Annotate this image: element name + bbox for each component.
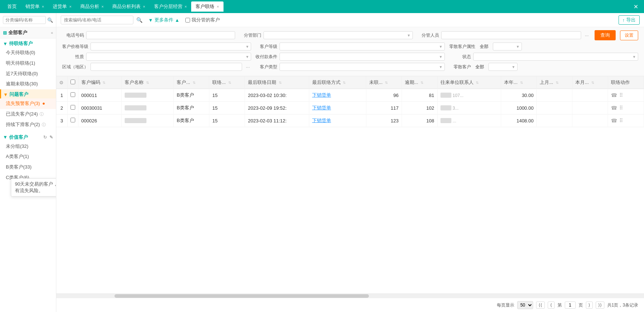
sidebar-search-input[interactable] xyxy=(3,16,46,24)
filter-field-price-level: 客户价格等级 ▼ xyxy=(62,42,251,50)
tab-product-list-close[interactable]: × xyxy=(143,4,145,9)
sidebar-item-7days[interactable]: 近7天待联络(0) xyxy=(0,69,56,79)
action-more-icon-2[interactable]: ⠿ xyxy=(619,105,623,111)
unit-contact-sort-icon[interactable]: ⇅ xyxy=(476,81,479,85)
sidebar-item-churn-warning[interactable]: 流失预警客户(3) ● xyxy=(0,98,56,109)
sidebar-item-tomorrow[interactable]: 明天待联络(1) xyxy=(0,58,56,69)
action-phone-icon-2[interactable]: ☎ xyxy=(611,105,617,111)
filter-select-dept[interactable] xyxy=(263,31,412,39)
sidebar-value-settings-icon[interactable]: ✎ xyxy=(49,135,53,140)
action-more-icon-3[interactable]: ⠿ xyxy=(619,118,623,123)
page-next-button[interactable]: ⟩ xyxy=(586,301,593,309)
page-last-button[interactable]: ⟩⟩ xyxy=(596,301,604,309)
col-overdue: 逾期... ⇅ xyxy=(402,76,437,89)
export-button[interactable]: ↑ 导出 xyxy=(619,15,640,25)
filter-row-4: 区域（地区） ··· 客户类型 ▼ 零散客户 全部 ▼ xyxy=(62,63,638,71)
sidebar-item-churned[interactable]: 已流失客户(24) ⓘ xyxy=(0,109,56,119)
filter-input-region[interactable] xyxy=(90,63,242,71)
filter-select-customer-type[interactable] xyxy=(279,63,444,71)
col-type: 客户... ⇅ xyxy=(174,76,209,89)
action-phone-icon-1[interactable]: ☎ xyxy=(611,92,617,98)
query-button[interactable]: 查询 xyxy=(595,30,616,40)
last-way-sort-icon[interactable]: ⇅ xyxy=(343,81,346,85)
cell-unit-contact-1: 107... xyxy=(437,89,501,102)
tab-customer-layer-close[interactable]: × xyxy=(185,4,187,9)
sidebar-item-declining[interactable]: 持续下滑客户(2) ⓘ xyxy=(0,119,56,130)
cell-overdue-2: 102 xyxy=(402,102,437,114)
filter-search-input[interactable] xyxy=(61,16,133,24)
filter-settings-button[interactable]: 设置 xyxy=(620,31,638,40)
sidebar-churned-icon: ⓘ xyxy=(40,112,44,116)
window-close-button[interactable]: ✕ xyxy=(631,3,641,10)
type-sort-icon[interactable]: ⇅ xyxy=(193,81,196,85)
this-month-sort-icon[interactable]: ⇅ xyxy=(591,81,594,85)
tab-customer-contact[interactable]: 客户联络 × xyxy=(191,1,223,12)
tab-purchase-label: 进货单 xyxy=(53,3,67,10)
select-all-checkbox[interactable] xyxy=(71,80,75,84)
sidebar-item-overdue[interactable]: 逾期未联络(30) xyxy=(0,79,56,89)
scrollbar-thumb[interactable] xyxy=(114,294,369,298)
action-phone-icon-3[interactable]: ☎ xyxy=(611,118,617,123)
tab-purchase[interactable]: 进货单 × xyxy=(48,1,76,12)
person-ellipsis-icon[interactable]: ··· xyxy=(583,33,590,38)
last-date-sort-icon[interactable]: ⇅ xyxy=(279,81,282,85)
name-sort-icon[interactable]: ⇅ xyxy=(146,81,149,85)
tab-purchase-close[interactable]: × xyxy=(69,4,71,9)
last-way-link-1[interactable]: 下销货单 xyxy=(312,92,331,98)
tab-product-analysis-close[interactable]: × xyxy=(101,4,104,9)
per-page-select[interactable]: 50 xyxy=(517,301,533,309)
row-1-checkbox[interactable] xyxy=(71,92,75,97)
sidebar-item-today[interactable]: 今天待联络(0) xyxy=(0,48,56,58)
filter-select-payment[interactable] xyxy=(279,53,444,61)
filter-search-button[interactable]: 🔍 xyxy=(136,17,142,23)
action-more-icon-1[interactable]: ⠿ xyxy=(619,92,623,98)
table-settings-icon[interactable]: ⚙ xyxy=(59,80,64,85)
page-prev-button[interactable]: ⟨ xyxy=(548,301,555,309)
tab-customer-layer[interactable]: 客户分层经营 × xyxy=(150,1,191,12)
contact-sort-icon[interactable]: ⇅ xyxy=(228,81,231,85)
filter-input-phone[interactable] xyxy=(86,31,235,39)
unlink-sort-icon[interactable]: ⇅ xyxy=(385,81,388,85)
filter-select-price-level[interactable] xyxy=(90,42,251,50)
region-ellipsis-icon[interactable]: ··· xyxy=(244,64,251,70)
sidebar-search-icon[interactable]: 🔍 xyxy=(47,17,53,23)
filter-select-scatter-attr[interactable] xyxy=(493,42,522,50)
filter-label-scatter: 零散客户 xyxy=(449,64,471,70)
sidebar-item-ungrouped[interactable]: 未分组(32) xyxy=(0,141,56,152)
last-month-sort-icon[interactable]: ⇅ xyxy=(556,81,559,85)
horizontal-scrollbar[interactable] xyxy=(56,293,644,298)
filter-select-customer-level[interactable] xyxy=(279,42,444,50)
overdue-sort-icon[interactable]: ⇅ xyxy=(420,81,423,85)
row-2-checkbox[interactable] xyxy=(71,105,75,110)
last-way-link-2[interactable]: 下销货单 xyxy=(312,105,331,110)
tab-customer-contact-close[interactable]: × xyxy=(217,4,219,9)
my-customers-checkbox[interactable] xyxy=(185,18,190,23)
sidebar-item-class-a[interactable]: A类客户(1) xyxy=(0,151,56,162)
row-3-checkbox[interactable] xyxy=(71,118,75,122)
tab-home[interactable]: 首页 xyxy=(3,1,21,12)
filter-row-3: 性质 ▼ 收付款条件 ▼ 状态 xyxy=(62,53,638,61)
filter-select-status[interactable] xyxy=(473,53,638,61)
my-customers-checkbox-label[interactable]: 我分管的客户 xyxy=(185,17,220,23)
page-number-input[interactable] xyxy=(565,301,576,309)
code-sort-icon[interactable]: ⇅ xyxy=(102,81,105,85)
sidebar-group-problem: ▼ 问题客户 xyxy=(0,89,56,98)
cell-code-2: 00030031 xyxy=(78,102,122,114)
tab-product-analysis[interactable]: 商品分析 × xyxy=(76,1,108,12)
filter-more-button[interactable]: ▼ 更多条件 ▲ xyxy=(145,15,182,25)
pagination: 每页显示 50 ⟨⟨ ⟨ 第 页 ⟩ ⟩⟩ 共1页，3条记录 xyxy=(56,298,644,312)
sidebar-all-customers[interactable]: ⊞ 全部客户 « xyxy=(0,27,56,39)
col-last-month: 上月... ⇅ xyxy=(537,76,572,89)
tab-sales-close[interactable]: × xyxy=(42,4,44,9)
filter-input-person[interactable] xyxy=(441,31,581,39)
last-way-link-3[interactable]: 下销货单 xyxy=(312,118,331,123)
tab-sales[interactable]: 销货单 × xyxy=(21,1,48,12)
sidebar-value-edit-icon[interactable]: ↻ xyxy=(43,135,47,140)
this-year-sort-icon[interactable]: ⇅ xyxy=(520,81,523,85)
tab-product-list[interactable]: 商品分析列表 × xyxy=(108,1,149,12)
page-first-button[interactable]: ⟨⟨ xyxy=(536,301,545,309)
filter-field-person: 分管人员 ··· xyxy=(417,31,590,39)
sidebar-item-class-b[interactable]: B类客户(33) xyxy=(0,162,56,173)
filter-select-scatter[interactable] xyxy=(488,63,518,71)
filter-select-nature[interactable] xyxy=(86,53,251,61)
